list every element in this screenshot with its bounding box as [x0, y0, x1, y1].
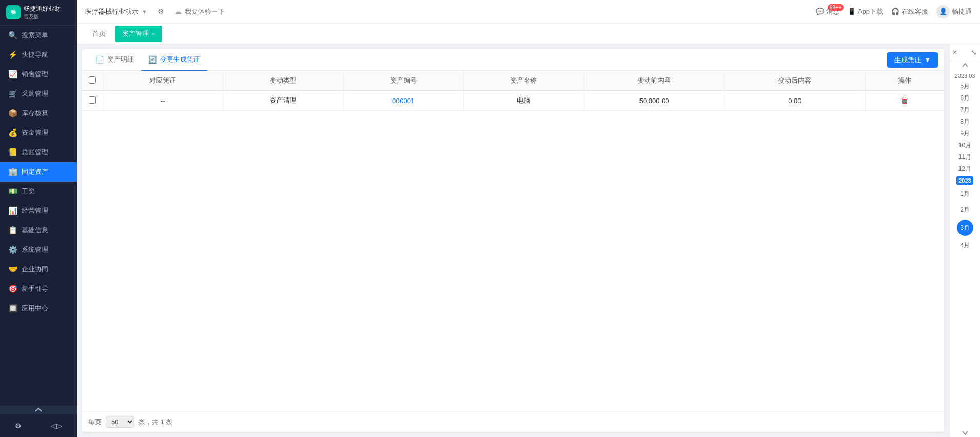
settings-btn[interactable]: ⚙	[153, 4, 169, 19]
sidebar-item-operations[interactable]: 📊经营管理	[0, 201, 77, 221]
sidebar-item-enterprise[interactable]: 🤝企业协同	[0, 260, 77, 279]
user-btn[interactable]: 👤 畅捷通	[936, 5, 972, 18]
timeline-scroll: 2023.03 5月6月7月8月9月10月11月12月20231月2月3月4月	[950, 69, 980, 429]
generate-voucher-label: 生成凭证	[894, 55, 921, 65]
message-btn[interactable]: 💬 消息 99+	[816, 7, 839, 16]
timeline-month-2023[interactable]: 4月	[950, 237, 980, 253]
sidebar-scroll-up[interactable]	[0, 406, 77, 414]
timeline-month-2023[interactable]: 1月	[950, 186, 980, 202]
timeline-month-2023[interactable]: 2月	[950, 202, 980, 218]
system-icon: ⚙️	[8, 245, 17, 254]
sidebar-item-sales[interactable]: 📈销售管理	[0, 65, 77, 84]
page-tabs: 首页 资产管理 ×	[77, 24, 980, 44]
timeline-month[interactable]: 8月	[950, 116, 980, 128]
sidebar-label-quick-nav: 快捷导航	[22, 50, 48, 59]
sidebar-collapse-btn[interactable]: ◁▷	[48, 419, 65, 433]
sidebar-item-funds[interactable]: 💰资金管理	[0, 123, 77, 143]
sidebar-item-search[interactable]: 🔍搜索菜单	[0, 26, 77, 45]
sidebar-label-guide: 新手引导	[22, 284, 48, 293]
sidebar-label-enterprise: 企业协同	[22, 265, 48, 274]
timeline-month-label: 11月	[958, 153, 971, 162]
table-row: -- 资产清理 000001 电脑 50,000.00 0.00 🗑	[82, 91, 944, 111]
timeline-month[interactable]: 11月	[950, 151, 980, 163]
timeline-expand-btn[interactable]: ⤡	[971, 48, 977, 56]
per-page-label: 每页	[88, 418, 102, 427]
timeline-month-label[interactable]: 2月	[958, 204, 972, 216]
change-voucher-icon: 🔄	[148, 55, 157, 64]
sidebar-item-guide[interactable]: 🎯新手引导	[0, 279, 77, 299]
timeline-month-label: 10月	[958, 141, 971, 150]
page-size-select[interactable]: 102050100	[106, 416, 134, 428]
row-op[interactable]: 🗑	[865, 91, 944, 111]
sidebar-item-inventory[interactable]: 📦库存核算	[0, 104, 77, 123]
content-area: 📄 资产明细 🔄 变更生成凭证 生成凭证 ▼	[77, 44, 980, 437]
sidebar-label-fixed-assets: 固定资产	[22, 167, 48, 176]
timeline-month-label: 7月	[960, 106, 970, 114]
timeline-month-label[interactable]: 1月	[958, 188, 972, 201]
user-avatar: 👤	[936, 5, 950, 18]
message-badge: 99+	[828, 4, 844, 11]
funds-icon: 💰	[8, 128, 17, 137]
sidebar-item-system[interactable]: ⚙️系统管理	[0, 240, 77, 260]
sidebar-label-purchase: 采购管理	[22, 89, 48, 98]
sidebar-item-purchase[interactable]: 🛒采购管理	[0, 84, 77, 104]
timeline-month-label: 9月	[960, 129, 970, 138]
timeline-month-2023[interactable]: 3月	[950, 218, 980, 237]
sidebar-item-quick-nav[interactable]: ⚡快捷导航	[0, 45, 77, 65]
trial-label: 我要体验一下	[185, 7, 225, 16]
asset-detail-icon: 📄	[95, 55, 104, 64]
timeline-month[interactable]: 9月	[950, 128, 980, 140]
row-asset-no[interactable]: 000001	[343, 91, 464, 111]
search-icon: 🔍	[8, 31, 17, 40]
tab-close-btn[interactable]: ×	[152, 31, 155, 37]
app-download-btn[interactable]: 📱 App下载	[848, 7, 883, 16]
sidebar-item-ledger[interactable]: 📒总账管理	[0, 143, 77, 162]
tab-home[interactable]: 首页	[85, 26, 113, 42]
sidebar-item-fixed-assets[interactable]: 🏢固定资产	[0, 162, 77, 182]
sidebar-logo[interactable]: 畅 畅捷通好业财 普及版	[0, 0, 77, 26]
fixed-assets-icon: 🏢	[8, 167, 17, 176]
inner-tabs: 📄 资产明细 🔄 变更生成凭证 生成凭证 ▼	[82, 49, 944, 71]
row-checkbox-0[interactable]	[89, 96, 96, 104]
th-change-type: 变动类型	[223, 71, 344, 91]
timeline-nav-up[interactable]	[950, 61, 980, 69]
sidebar-item-payroll[interactable]: 💵工资	[0, 182, 77, 201]
sidebar-nav: 🔍搜索菜单⚡快捷导航📈销售管理🛒采购管理📦库存核算💰资金管理📒总账管理🏢固定资产…	[0, 26, 77, 406]
sidebar-item-basic-info[interactable]: 📋基础信息	[0, 221, 77, 240]
sidebar: 畅 畅捷通好业财 普及版 🔍搜索菜单⚡快捷导航📈销售管理🛒采购管理📦库存核算💰资…	[0, 0, 77, 437]
year-badge-2023: 2023	[956, 176, 973, 185]
timeline-year-2023: 2023	[950, 175, 980, 186]
online-service-btn[interactable]: 🎧 在线客服	[891, 7, 928, 16]
sidebar-label-operations: 经营管理	[22, 206, 48, 215]
purchase-icon: 🛒	[8, 89, 17, 98]
timeline-month[interactable]: 5月	[950, 81, 980, 92]
sidebar-label-search: 搜索菜单	[22, 31, 48, 40]
th-after: 变动后内容	[725, 71, 865, 91]
sidebar-label-basic-info: 基础信息	[22, 226, 48, 235]
timeline-panel: × ⤡ 2023.03 5月6月7月8月9月10月11月12月20231月2月3…	[949, 44, 980, 437]
select-all-checkbox[interactable]	[89, 76, 96, 84]
topbar: 医疗器械行业演示 ▼ ⚙ ☁ 我要体验一下 💬 消息 99+ 📱 App下载 🎧…	[77, 0, 980, 24]
sidebar-settings-btn[interactable]: ⚙	[12, 419, 25, 433]
tab-change-voucher[interactable]: 🔄 变更生成凭证	[141, 49, 207, 71]
timeline-current-month[interactable]: 3月	[957, 220, 973, 236]
row-after: 0.00	[725, 91, 865, 111]
timeline-month-label[interactable]: 4月	[958, 239, 972, 252]
timeline-nav-down[interactable]	[950, 429, 980, 437]
tab-asset-detail[interactable]: 📄 资产明细	[88, 49, 141, 71]
sidebar-label-apps: 应用中心	[22, 304, 48, 313]
sidebar-item-apps[interactable]: 🔲应用中心	[0, 299, 77, 318]
sidebar-label-inventory: 库存核算	[22, 109, 48, 118]
timeline-month[interactable]: 10月	[950, 140, 980, 151]
delete-btn-0[interactable]: 🗑	[901, 96, 909, 105]
company-selector[interactable]: 医疗器械行业演示 ▼	[85, 7, 147, 16]
timeline-month[interactable]: 7月	[950, 104, 980, 116]
timeline-close-btn[interactable]: ×	[953, 48, 957, 56]
timeline-month[interactable]: 6月	[950, 92, 980, 104]
company-name: 医疗器械行业演示	[85, 7, 138, 16]
trial-btn[interactable]: ☁ 我要体验一下	[175, 7, 225, 16]
generate-voucher-btn[interactable]: 生成凭证 ▼	[887, 52, 938, 68]
th-voucher: 对应凭证	[103, 71, 223, 91]
timeline-month[interactable]: 12月	[950, 163, 980, 175]
tab-asset-management[interactable]: 资产管理 ×	[115, 26, 162, 42]
